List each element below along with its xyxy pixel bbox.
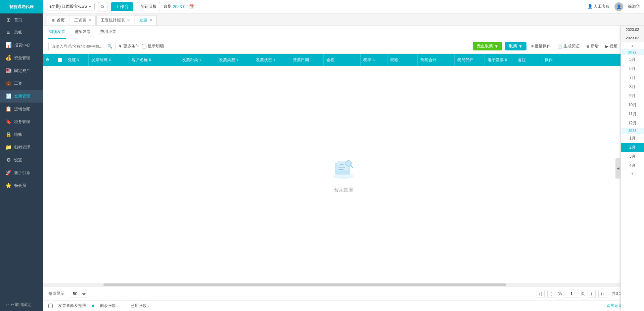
- reports-icon: 📊: [5, 42, 11, 48]
- close-salary-table-icon[interactable]: ✕: [88, 18, 91, 23]
- sidebar-item-reports[interactable]: 📊 报表中心: [0, 39, 43, 51]
- sidebar: 畅捷通易代账 ⊞ 首页 ≡ 总账 📊 报表中心 💰 资金管理 🏭 固定资产 💼 …: [0, 0, 43, 311]
- close-invoice-icon[interactable]: ✕: [149, 18, 152, 23]
- cal-month-2-2023[interactable]: 2月: [621, 143, 644, 152]
- sidebar-item-sales[interactable]: 📋 进销台账: [0, 103, 43, 115]
- more-filter[interactable]: ▼ 更多条件: [118, 43, 139, 49]
- period-display: 账期 2023-02 📅: [164, 4, 194, 9]
- purchase-record-link[interactable]: 购买记录: [606, 303, 623, 309]
- sidebar-item-assets[interactable]: 🏭 固定资产: [0, 64, 43, 77]
- sub-tab-sales-invoice[interactable]: 销项发票: [48, 26, 66, 39]
- new-button[interactable]: ⊕ 新增: [584, 42, 601, 50]
- show-detail-input[interactable]: [142, 44, 146, 48]
- cal-month-12[interactable]: 12月: [621, 119, 644, 128]
- archive-icon: 📁: [5, 144, 11, 150]
- tab-salary-stats[interactable]: 工资统计报表 ✕: [96, 15, 134, 25]
- first-page-btn[interactable]: ⟨⟨: [537, 290, 545, 298]
- sidebar-unpin[interactable]: ↩ ↩ 取消固定: [0, 299, 43, 311]
- ledger-icon: ≡: [5, 30, 11, 35]
- empty-icon: [330, 156, 357, 183]
- user-avatar[interactable]: 👤: [614, 2, 623, 11]
- page-number-input[interactable]: [565, 290, 578, 298]
- close-salary-stats-icon[interactable]: ✕: [127, 18, 130, 23]
- calendar-collapse-btn[interactable]: ◀: [615, 158, 621, 179]
- cal-prev-year-icon[interactable]: ▲: [631, 44, 634, 48]
- copy-icon[interactable]: ⧉: [98, 2, 107, 11]
- page-size-select[interactable]: 50 20 100: [70, 290, 87, 298]
- cal-month-11[interactable]: 11月: [621, 110, 644, 119]
- customer-service[interactable]: 👤 人工客服: [588, 4, 610, 9]
- sales-icon: 📋: [5, 106, 11, 112]
- batch-op-button[interactable]: ≡ 批量操作: [529, 42, 553, 50]
- prev-page-btn[interactable]: ⟨: [547, 290, 555, 298]
- last-page-btn[interactable]: ⟩⟩: [598, 290, 606, 298]
- payroll-icon: 💼: [5, 80, 11, 86]
- th-amount: 金额: [324, 54, 361, 66]
- cal-month-9[interactable]: 9月: [621, 91, 644, 101]
- select-all-checkbox[interactable]: [58, 58, 62, 62]
- tab-invoice[interactable]: 发票 ✕: [135, 15, 157, 25]
- cal-month-5[interactable]: 5月: [621, 55, 644, 64]
- sidebar-item-funds[interactable]: 💰 资金管理: [0, 51, 43, 64]
- scroll-thumb[interactable]: [103, 283, 506, 286]
- unpin-icon: ↩: [5, 303, 9, 307]
- avatar-icon: 👤: [616, 4, 622, 9]
- search-icon[interactable]: 🔍: [107, 44, 112, 49]
- th-action: 操作: [542, 54, 572, 66]
- sidebar-item-settings[interactable]: ⚙ 设置: [0, 154, 43, 166]
- search-wrap: 🔍: [48, 42, 116, 51]
- tab-salary-table[interactable]: 工资表 ✕: [70, 15, 96, 25]
- generate-voucher-button[interactable]: 📄 生成凭证: [555, 42, 582, 50]
- th-invoice-kind: 发票类型 ⇅: [216, 54, 253, 66]
- table-header: ⚙ 凭证 ⇅ 发票号码 ⇅ 客户名称 ⇅ 发票种类 ⇅ 发票类型 ⇅: [43, 54, 644, 66]
- cal-month-8[interactable]: 8月: [621, 82, 644, 91]
- switch-version-button[interactable]: 切到旧版: [137, 2, 160, 11]
- sidebar-item-archive[interactable]: 📁 归档管理: [0, 141, 43, 154]
- cal-next-year-icon[interactable]: ▼: [631, 171, 634, 176]
- sidebar-item-ledger[interactable]: ≡ 总账: [0, 26, 43, 39]
- no-tax-button[interactable]: 无血取票 ▼: [473, 42, 502, 50]
- tab-home[interactable]: ⊞ 首页: [47, 15, 69, 25]
- calendar-icon[interactable]: 📅: [189, 4, 194, 9]
- sidebar-item-home[interactable]: ⊞ 首页: [0, 13, 43, 26]
- cal-month-10[interactable]: 10月: [621, 101, 644, 110]
- sidebar-item-payroll[interactable]: 💼 工资: [0, 77, 43, 90]
- dropdown-arrow-icon: ▼: [494, 44, 498, 49]
- sort-invoice-status-icon[interactable]: ⇅: [273, 58, 276, 62]
- cal-month-1-2023[interactable]: 1月: [621, 134, 644, 143]
- cal-month-7[interactable]: 7月: [621, 73, 644, 82]
- sort-tax-rate-icon[interactable]: ⇅: [372, 58, 375, 62]
- sub-tab-purchase-invoice[interactable]: 进项发票: [74, 26, 91, 39]
- th-invoice-no: 发票号码 ⇅: [89, 54, 129, 66]
- sort-invoice-type-icon[interactable]: ⇅: [199, 58, 202, 62]
- th-invoice-type: 发票种类 ⇅: [179, 54, 216, 66]
- sidebar-item-member[interactable]: ⭐ 畅会员: [0, 179, 43, 192]
- horizontal-scrollbar[interactable]: [43, 283, 644, 287]
- video-button[interactable]: ▶ 视频: [603, 42, 619, 50]
- show-detail-checkbox[interactable]: 显示明细: [142, 43, 164, 49]
- invoices-icon: 🧾: [5, 93, 11, 99]
- sub-tab-expense-receipt[interactable]: 费用小票: [99, 26, 117, 39]
- sidebar-item-tax[interactable]: 🔖 税务管理: [0, 115, 43, 128]
- sort-electronic-icon[interactable]: ⇅: [505, 58, 507, 62]
- company-selector[interactable]: (勿删) 江西股宝-LSS ▼: [47, 3, 95, 10]
- main-area: (勿删) 江西股宝-LSS ▼ ⧉ 工作台 切到旧版 账期 2023-02 📅 …: [43, 0, 644, 311]
- workbench-button[interactable]: 工作台: [111, 2, 133, 11]
- th-settings[interactable]: ⚙: [43, 54, 55, 66]
- verify-checkbox[interactable]: [48, 304, 53, 308]
- next-page-btn[interactable]: ⟩: [588, 290, 596, 298]
- cal-month-4-2023[interactable]: 4月: [621, 161, 644, 170]
- sidebar-item-close[interactable]: 🔒 结账: [0, 128, 43, 141]
- th-checkbox[interactable]: [55, 54, 65, 66]
- cal-month-3-2023[interactable]: 3月: [621, 152, 644, 161]
- sidebar-item-invoices[interactable]: 🧾 发票管理: [0, 90, 43, 103]
- calendar-panel: ◀ 2023.02 2023.02 ▲ 2022 5月 6月 7月 8月 9月 …: [620, 26, 644, 311]
- sort-invoice-kind-icon[interactable]: ⇅: [236, 58, 239, 62]
- sidebar-item-guide[interactable]: 🚀 新手引导: [0, 166, 43, 179]
- sort-invoice-no-icon[interactable]: ⇅: [108, 58, 111, 62]
- search-input[interactable]: [51, 44, 106, 49]
- get-ticket-button[interactable]: 取票 ▼: [505, 42, 526, 50]
- sort-customer-icon[interactable]: ⇅: [149, 58, 151, 62]
- sort-voucher-icon[interactable]: ⇅: [77, 58, 80, 62]
- cal-month-6[interactable]: 6月: [621, 64, 644, 73]
